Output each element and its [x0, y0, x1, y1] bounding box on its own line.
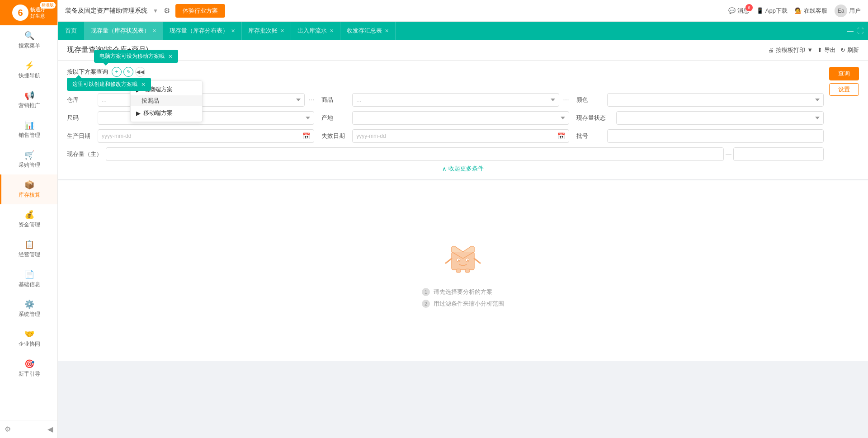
warehouse-dots[interactable]: ···	[308, 96, 314, 104]
tab-batch-account[interactable]: 库存批次账 ✕	[242, 22, 291, 40]
tab-home[interactable]: 首页	[58, 22, 85, 40]
header-settings-icon[interactable]: ⚙	[164, 6, 170, 15]
tab-inventory-status[interactable]: 现存量（库存状况表） ✕	[85, 22, 163, 40]
tab-close-batch-account[interactable]: ✕	[280, 28, 284, 34]
tab-close-inventory-dist[interactable]: ✕	[231, 28, 235, 34]
refresh-btn[interactable]: ↻ 刷新	[840, 46, 859, 54]
stock-qty-to[interactable]	[733, 147, 824, 161]
online-support-btn[interactable]: 💁 在线客服	[795, 7, 827, 15]
tab-inventory-dist[interactable]: 现存量（库存分布表） ✕	[163, 22, 242, 40]
prev-scheme-btn[interactable]: ◀◀	[135, 67, 145, 77]
sidebar-item-system[interactable]: ⚙️ 系统管理	[0, 294, 57, 324]
sidebar-item-enterprise[interactable]: 🤝 企业协同	[0, 324, 57, 353]
logo-badge: 标准版	[40, 2, 56, 9]
filter-item-prod-date: 生产日期 yyyy-mm-dd 📅	[67, 129, 314, 143]
refresh-icon: ↻	[840, 47, 845, 53]
tabs-right-actions: — ⛶	[843, 27, 868, 34]
app-download-icon: 📱	[756, 7, 764, 14]
page-header: 现存量查询(按仓库+商品) 🖨 按模板打印 ▼ ⬆ 导出 ↻ 刷新	[58, 40, 868, 61]
tab-close-inout-flow[interactable]: ✕	[330, 28, 334, 34]
sidebar-item-basic[interactable]: 📄 基础信息	[0, 264, 57, 294]
svg-point-3	[458, 259, 460, 261]
filter-area-wrapper: 按以下方案查询 + ✎ ◀◀ ▶ 电脑端方案	[58, 61, 868, 179]
sidebar-item-purchase[interactable]: 🛒 采购管理	[0, 145, 57, 174]
tooltip2-text: 这里可以创建和修改方案哦	[72, 80, 137, 88]
scheme-group-mobile[interactable]: ▶ 移动端方案	[131, 107, 202, 119]
prod-date-calendar-icon[interactable]: 📅	[302, 132, 310, 140]
sidebar-item-inventory[interactable]: 📦 库存核算	[0, 174, 57, 204]
collapse-sidebar-icon[interactable]: ◀	[47, 425, 53, 433]
tab-receipt-summary[interactable]: 收发存汇总表 ✕	[340, 22, 396, 40]
stock-qty-range: —	[106, 147, 824, 161]
user-btn[interactable]: Ea 用户	[835, 5, 861, 17]
print-icon: 🖨	[768, 47, 774, 53]
tip-text-2: 用过滤条件来缩小分析范围	[434, 300, 504, 308]
tooltip1-close[interactable]: ✕	[168, 53, 173, 60]
stock-status-label: 现存量状态	[576, 114, 613, 122]
tab-inventory-dist-label: 现存量（库存分布表）	[170, 27, 228, 35]
filter-item-stock-status: 现存量状态	[576, 111, 824, 125]
origin-select[interactable]	[352, 111, 569, 125]
industry-btn[interactable]: 体验行业方案	[175, 4, 225, 18]
sidebar-item-operation[interactable]: 📋 经营管理	[0, 234, 57, 264]
svg-line-6	[474, 259, 480, 263]
batch-input[interactable]	[607, 129, 824, 143]
tooltip2-arrow	[76, 75, 81, 78]
sidebar-item-marketing[interactable]: 📢 营销推广	[0, 85, 57, 115]
exp-date-calendar-icon[interactable]: 📅	[557, 132, 565, 140]
stock-qty-label: 现存量（主）	[67, 150, 102, 158]
collapse-btn[interactable]: ∧ 收起更多条件	[67, 161, 859, 173]
add-scheme-btn[interactable]: +	[112, 67, 122, 77]
scheme-item-product[interactable]: 按照品	[131, 95, 202, 106]
search-icon: 🔍	[24, 31, 34, 41]
exp-date-input[interactable]: yyyy-mm-dd 📅	[352, 129, 569, 143]
system-name: 装备及固定资产辅助管理系统	[65, 7, 147, 15]
prod-date-input[interactable]: yyyy-mm-dd 📅	[98, 129, 314, 143]
product-select[interactable]: ...	[352, 93, 559, 107]
sidebar-item-quick-nav[interactable]: ⚡ 快捷导航	[0, 55, 57, 85]
tooltip2-close[interactable]: ✕	[141, 81, 146, 88]
tip-text-1: 请先选择要分析的方案	[434, 288, 492, 296]
tab-close-inventory-status[interactable]: ✕	[152, 28, 156, 34]
tab-maximize-icon[interactable]: ⛶	[857, 27, 863, 34]
export-btn[interactable]: ⬆ 导出	[817, 46, 836, 54]
sidebar-item-finance[interactable]: 💰 资金管理	[0, 204, 57, 234]
print-btn[interactable]: 🖨 按模板打印 ▼	[768, 46, 813, 54]
sidebar-logo: 6 畅通好 好生意 标准版	[0, 0, 57, 25]
tab-batch-account-label: 库存批次账	[248, 27, 278, 35]
print-dropdown-icon: ▼	[807, 47, 813, 53]
tab-minimize-icon[interactable]: —	[847, 27, 854, 34]
product-dots[interactable]: ···	[563, 96, 569, 104]
notification-badge: 6	[745, 4, 753, 11]
edit-tooltip: 这里可以创建和修改方案哦 ✕	[67, 78, 151, 91]
tab-inout-flow[interactable]: 出入库流水 ✕	[291, 22, 340, 40]
tabs-bar: 首页 现存量（库存状况表） ✕ 现存量（库存分布表） ✕ 库存批次账 ✕ 出入库…	[58, 22, 868, 40]
app-download-btn[interactable]: 📱 App下载	[756, 7, 788, 15]
color-select[interactable]	[607, 93, 824, 107]
sidebar-item-sales[interactable]: 📊 销售管理	[0, 115, 57, 145]
query-btn-area: 查询 设置	[829, 67, 859, 96]
size-label: 尺码	[67, 114, 94, 122]
exp-date-placeholder: yyyy-mm-dd	[356, 133, 386, 139]
sidebar-item-guide[interactable]: 🎯 新手引导	[0, 353, 57, 383]
stock-status-select[interactable]	[616, 111, 824, 125]
stock-qty-from[interactable]	[106, 147, 724, 161]
support-icon: 💁	[795, 7, 802, 14]
empty-tip-1: 1 请先选择要分析的方案	[422, 288, 504, 296]
system-dropdown-icon[interactable]: ▼	[153, 8, 158, 14]
empty-state: 1 请先选择要分析的方案 2 用过滤条件来缩小分析范围	[58, 180, 868, 361]
tab-close-receipt-summary[interactable]: ✕	[385, 28, 389, 34]
scheme-tooltip: 电脑方案可设为移动方案哦 ✕	[94, 50, 178, 63]
tab-home-label: 首页	[65, 27, 77, 35]
notification-btn[interactable]: 💬 消息 6	[728, 7, 749, 15]
settings-icon[interactable]: ⚙	[5, 425, 11, 433]
filter-item-product: 商品 ... ···	[321, 93, 569, 107]
svg-rect-7	[456, 269, 461, 273]
query-btn[interactable]: 查询	[829, 67, 859, 80]
enterprise-icon: 🤝	[24, 329, 34, 339]
reset-btn[interactable]: 设置	[829, 83, 859, 96]
sidebar-item-search[interactable]: 🔍 搜索菜单	[0, 25, 57, 55]
refresh-label: 刷新	[847, 46, 859, 54]
filter-item-exp-date: 失效日期 yyyy-mm-dd 📅	[321, 129, 569, 143]
edit-scheme-btn[interactable]: ✎	[123, 67, 133, 77]
